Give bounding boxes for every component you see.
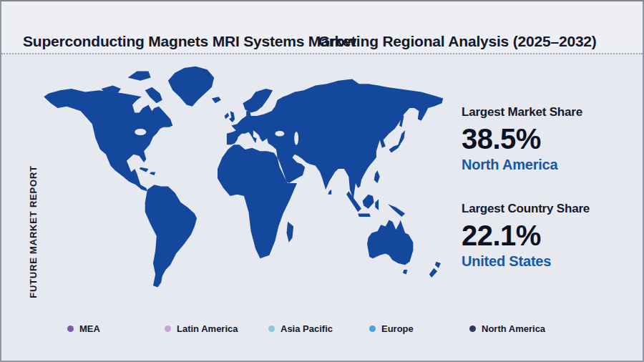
legend-dot-north-america bbox=[469, 326, 476, 332]
stat-label: Largest Market Share bbox=[462, 105, 633, 119]
legend-label: MEA bbox=[79, 323, 100, 334]
great-lakes bbox=[135, 129, 146, 135]
legend-item-north-america: North America bbox=[469, 322, 545, 335]
map-legend: MEA Latin America Asia Pacific Europe No… bbox=[1, 322, 644, 336]
landmass-new-zealand-south bbox=[429, 268, 437, 278]
stat-market-share: Largest Market Share 38.5% North America bbox=[462, 105, 633, 173]
page-title-market: Superconducting Magnets MRI Systems Mark… bbox=[23, 33, 356, 50]
stat-region: United States bbox=[462, 253, 633, 270]
infographic-canvas: Superconducting Magnets MRI Systems Mark… bbox=[0, 0, 644, 362]
legend-label: Asia Pacific bbox=[280, 323, 333, 334]
stat-label: Largest Country Share bbox=[462, 202, 633, 216]
stat-country-share: Largest Country Share 22.1% United State… bbox=[462, 202, 633, 270]
landmass-sri-lanka bbox=[328, 190, 331, 195]
landmass-japan bbox=[389, 130, 406, 152]
landmass-north-america bbox=[44, 89, 172, 191]
legend-item-asia-pacific: Asia Pacific bbox=[268, 322, 333, 335]
landmass-south-america bbox=[145, 185, 197, 287]
landmass-sulawesi bbox=[375, 199, 379, 210]
caspian-sea bbox=[294, 132, 298, 145]
legend-dot-europe bbox=[369, 326, 376, 332]
landmass-new-zealand-north bbox=[435, 262, 441, 268]
landmass-new-guinea bbox=[388, 204, 405, 217]
legend-label: Europe bbox=[381, 323, 414, 334]
landmass-cuba bbox=[140, 167, 149, 172]
stat-region: North America bbox=[462, 157, 633, 173]
landmass-baffin bbox=[145, 87, 162, 103]
legend-dot-latin-america bbox=[165, 326, 171, 332]
page-title-analysis: Growing Regional Analysis (2025–2032) bbox=[318, 33, 597, 50]
landmass-tasmania bbox=[403, 270, 407, 275]
stat-value: 22.1% bbox=[462, 220, 633, 252]
landmass-java bbox=[358, 214, 371, 217]
landmass-hispaniola bbox=[150, 172, 155, 175]
landmass-madagascar bbox=[286, 222, 293, 243]
landmass-ireland bbox=[225, 113, 229, 119]
legend-dot-mea bbox=[67, 326, 74, 332]
brand-watermark: FUTURE MARKET REPORT bbox=[28, 165, 39, 298]
stats-panel: Largest Market Share 38.5% North America… bbox=[462, 105, 633, 270]
dotted-divider bbox=[1, 53, 643, 54]
black-sea bbox=[275, 131, 284, 137]
legend-label: North America bbox=[482, 323, 545, 334]
landmass-ellesmere bbox=[128, 71, 151, 80]
legend-label: Latin America bbox=[177, 323, 238, 334]
legend-item-latin-america: Latin America bbox=[165, 322, 238, 335]
stat-value: 38.5% bbox=[462, 123, 633, 155]
landmass-borneo bbox=[363, 195, 374, 209]
legend-item-europe: Europe bbox=[369, 322, 414, 335]
legend-item-mea: MEA bbox=[67, 322, 100, 335]
landmass-scandinavia bbox=[243, 89, 273, 113]
landmass-philippines bbox=[374, 170, 380, 183]
landmass-iceland bbox=[212, 97, 221, 103]
landmass-britain bbox=[229, 111, 235, 122]
world-map bbox=[42, 62, 447, 290]
legend-dot-asia-pacific bbox=[268, 326, 275, 332]
landmass-australia bbox=[367, 220, 413, 265]
landmass-greenland bbox=[168, 67, 214, 107]
